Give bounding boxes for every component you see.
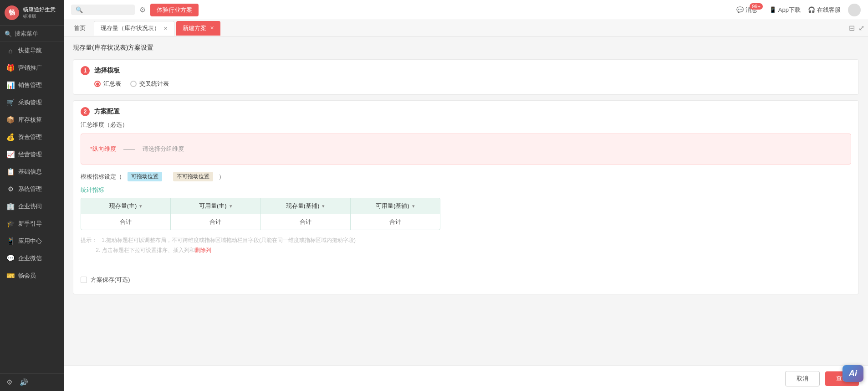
sidebar-item-quicknav[interactable]: ⌂ 快捷导航 bbox=[0, 42, 64, 59]
topbar-left: 🔍 ⚙ 体验行业方案 bbox=[71, 4, 199, 16]
sidebar-item-base-info[interactable]: 📋 基础信息 bbox=[0, 163, 64, 180]
sidebar-item-label: 销售管理 bbox=[18, 81, 42, 89]
cell-0-1: 合计 bbox=[171, 214, 260, 230]
save-checkbox[interactable] bbox=[81, 277, 87, 283]
tab-home-label: 首页 bbox=[74, 24, 86, 32]
dimension-placeholder: 请选择分组维度 bbox=[143, 145, 184, 153]
marketing-icon: 🎁 bbox=[6, 64, 15, 72]
sidebar-item-label: 资金管理 bbox=[18, 133, 42, 141]
tab-inventory-close-icon[interactable]: ✕ bbox=[163, 26, 168, 31]
topbar: 🔍 ⚙ 体验行业方案 💬 消息 99+ 📱 App下载 🎧 在线客服 bbox=[64, 0, 868, 20]
sidebar-item-finance[interactable]: 💰 资金管理 bbox=[0, 129, 64, 146]
section-template: 1 选择模板 汇总表 交叉统计表 bbox=[73, 59, 859, 95]
radio-summary-dot bbox=[96, 82, 99, 86]
dimension-config-label: 汇总维度（必选） bbox=[81, 121, 851, 129]
section2-title: 方案配置 bbox=[94, 108, 120, 116]
app-name: 畅康通好生意 bbox=[23, 6, 56, 14]
app-download-label: App下载 bbox=[778, 6, 801, 14]
app-version: 标准版 bbox=[23, 13, 56, 20]
col-header-0-dropdown[interactable]: ▾ bbox=[139, 203, 142, 209]
apps-icon: 📱 bbox=[6, 237, 15, 245]
topbar-search[interactable]: 🔍 bbox=[71, 5, 135, 15]
stats-label: 统计指标 bbox=[81, 186, 851, 194]
sidebar-item-wechat[interactable]: 💬 企业微信 bbox=[0, 250, 64, 267]
radio-crosstab-label: 交叉统计表 bbox=[139, 80, 169, 88]
draggable-badge: 可拖动位置 bbox=[128, 172, 162, 181]
wechat-icon: 💬 bbox=[6, 254, 15, 262]
sidebar-item-marketing[interactable]: 🎁 营销推广 bbox=[0, 59, 64, 77]
headset-icon: 🎧 bbox=[808, 6, 815, 13]
dimension-area[interactable]: *纵向维度 —— 请选择分组维度 bbox=[81, 134, 851, 165]
col-header-0[interactable]: 现存量(主) ▾ bbox=[81, 198, 171, 214]
stats-table: 现存量(主) ▾ 可用量(主) ▾ 现存量(基辅) ▾ bbox=[81, 198, 440, 230]
sidebar-item-label: 应用中心 bbox=[18, 237, 42, 245]
tab-inventory[interactable]: 现存量（库存状况表） ✕ bbox=[94, 21, 174, 36]
sidebar-item-newbie[interactable]: 🎓 新手引导 bbox=[0, 215, 64, 232]
app-download-badge[interactable]: 📱 App下载 bbox=[769, 6, 801, 14]
col-header-1[interactable]: 可用量(主) ▾ bbox=[171, 198, 260, 214]
tip-text-1: 2. 点击标题栏下拉可设置排序、插入列和删除列 bbox=[81, 246, 851, 256]
col-header-3-dropdown[interactable]: ▾ bbox=[412, 203, 415, 209]
phone-icon: 📱 bbox=[769, 6, 776, 13]
trial-button[interactable]: 体验行业方案 bbox=[150, 4, 199, 16]
main-content: 🔍 ⚙ 体验行业方案 💬 消息 99+ 📱 App下载 🎧 在线客服 bbox=[64, 0, 868, 391]
speaker-icon[interactable]: 🔊 bbox=[20, 378, 28, 386]
tab-new[interactable]: 新建方案 ✕ bbox=[176, 21, 220, 36]
dimension-dash: —— bbox=[123, 146, 135, 153]
stats-table-row-0: 合计 合计 合计 合计 bbox=[81, 214, 440, 230]
sidebar-item-apps[interactable]: 📱 应用中心 bbox=[0, 232, 64, 250]
sidebar-item-label: 基础信息 bbox=[18, 168, 42, 176]
base-info-icon: 📋 bbox=[6, 168, 15, 176]
ai-badge[interactable]: Ai bbox=[842, 365, 863, 382]
search-icon: 🔍 bbox=[5, 31, 12, 37]
online-service-label: 在线客服 bbox=[817, 6, 841, 14]
tab-new-close-icon[interactable]: ✕ bbox=[210, 25, 214, 31]
indicator-config-suffix: ） bbox=[219, 173, 225, 181]
sidebar-item-system[interactable]: ⚙ 系统管理 bbox=[0, 180, 64, 198]
col-header-2[interactable]: 现存量(基辅) ▾ bbox=[261, 198, 351, 214]
online-service-badge[interactable]: 🎧 在线客服 bbox=[808, 6, 841, 14]
tab-minimize-icon[interactable]: ⊟ bbox=[849, 24, 855, 32]
cell-0-3: 合计 bbox=[351, 214, 440, 230]
sidebar: 畅 畅康通好生意 标准版 🔍 搜索菜单 ⌂ 快捷导航 🎁 营销推广 📊 销售管理… bbox=[0, 0, 64, 391]
tip-text-0: 提示： 1.拖动标题栏可以调整布局，不可跨维度或指标区域拖动栏目字段(只能在同一… bbox=[81, 236, 851, 246]
tab-home[interactable]: 首页 bbox=[67, 21, 92, 36]
col-header-3[interactable]: 可用量(基辅) ▾ bbox=[351, 198, 440, 214]
section1-num: 1 bbox=[81, 66, 90, 75]
message-badge[interactable]: 💬 消息 99+ bbox=[736, 6, 757, 14]
page-footer: 取消 查询 bbox=[64, 365, 868, 391]
tips-section: 提示： 1.拖动标题栏可以调整布局，不可跨维度或指标区域拖动栏目字段(只能在同一… bbox=[81, 230, 851, 261]
section-config-header: 2 方案配置 bbox=[73, 101, 858, 121]
radio-summary-circle bbox=[94, 81, 101, 87]
settings-icon[interactable]: ⚙ bbox=[6, 378, 12, 386]
tab-expand-icon[interactable]: ⤢ bbox=[858, 24, 864, 32]
template-options: 汇总表 交叉统计表 bbox=[73, 80, 858, 94]
sidebar-item-label: 采购管理 bbox=[18, 98, 42, 107]
cancel-button[interactable]: 取消 bbox=[785, 371, 820, 386]
sidebar-item-purchase[interactable]: 🛒 采购管理 bbox=[0, 94, 64, 111]
sidebar-item-enterprise[interactable]: 🏢 企业协同 bbox=[0, 198, 64, 215]
sidebar-search[interactable]: 🔍 搜索菜单 bbox=[0, 26, 64, 42]
cell-0-0: 合计 bbox=[81, 214, 171, 230]
topbar-gear-icon[interactable]: ⚙ bbox=[139, 5, 146, 14]
col-header-2-dropdown[interactable]: ▾ bbox=[322, 203, 325, 209]
user-avatar[interactable] bbox=[848, 4, 861, 16]
indicator-config: 模板指标设定（ 可拖动位置 不可拖动位置 ） 统计指标 现存量(主) bbox=[81, 172, 851, 261]
sidebar-item-membership[interactable]: 🎫 畅会员 bbox=[0, 267, 64, 284]
sidebar-item-label: 企业微信 bbox=[18, 254, 42, 262]
sidebar-footer: ⚙ 🔊 bbox=[0, 373, 64, 391]
col-header-1-dropdown[interactable]: ▾ bbox=[230, 203, 232, 209]
radio-crosstab[interactable]: 交叉统计表 bbox=[130, 80, 169, 88]
radio-summary[interactable]: 汇总表 bbox=[94, 80, 121, 88]
sidebar-item-inventory[interactable]: 📦 库存核算 bbox=[0, 111, 64, 129]
col-header-0-label: 现存量(主) bbox=[109, 202, 137, 210]
tab-new-label: 新建方案 bbox=[183, 24, 206, 32]
tabs-bar: 首页 现存量（库存状况表） ✕ 新建方案 ✕ ⊟ ⤢ bbox=[64, 20, 868, 36]
sidebar-item-operations[interactable]: 📈 经营管理 bbox=[0, 146, 64, 163]
non-draggable-badge: 不可拖动位置 bbox=[173, 172, 213, 181]
sidebar-nav: ⌂ 快捷导航 🎁 营销推广 📊 销售管理 🛒 采购管理 📦 库存核算 💰 资金管… bbox=[0, 42, 64, 373]
sidebar-item-sales[interactable]: 📊 销售管理 bbox=[0, 77, 64, 94]
dimension-required-label: *纵向维度 bbox=[90, 145, 116, 153]
save-option[interactable]: 方案保存(可选) bbox=[81, 270, 851, 289]
section-config: 2 方案配置 汇总维度（必选） *纵向维度 —— 请选择分组维度 模板指标设定（… bbox=[73, 100, 859, 294]
